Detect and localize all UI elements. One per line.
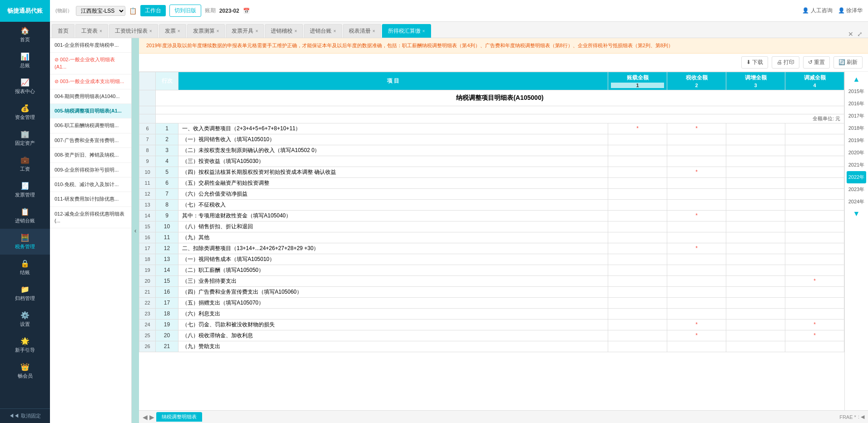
sidebar-item-assets-mgmt[interactable]: 💰资金管理 <box>0 99 50 125</box>
reset-button[interactable]: ↺ 重置 <box>803 56 830 69</box>
download-button[interactable]: ⬇ 下载 <box>741 56 768 69</box>
warning-text: 2019年度涉及取以前年度继续数据的申报表单元格需要手工维护正确，才能保证本年及… <box>146 43 673 48</box>
tab-5[interactable]: 发票开具× <box>226 24 264 38</box>
sidebar-item-label: 总账 <box>20 62 30 69</box>
sidebar-item-guide[interactable]: 🌟新手引导 <box>0 332 50 358</box>
year-down-button[interactable]: ▼ <box>851 208 862 220</box>
frae-label: FRAE * <box>839 414 856 420</box>
table-row: 9 4 （三）投资收益（填写A105030） <box>139 156 844 167</box>
tab-6[interactable]: 进销稽校× <box>265 24 303 38</box>
year-item-2022年[interactable]: 2022年 <box>847 171 866 183</box>
print-button[interactable]: 🖨 打印 <box>772 56 799 69</box>
year-item-2018年[interactable]: 2018年 <box>847 122 866 134</box>
year-item-2021年[interactable]: 2021年 <box>847 159 866 171</box>
refresh-button[interactable]: 🔄 刷新 <box>833 56 863 69</box>
tab-2[interactable]: 工资统计报表× <box>109 24 158 38</box>
col-e-header: 调增全额 3 <box>726 72 785 90</box>
list-item-011[interactable]: 011-研发费用加计扣除优惠... <box>50 192 131 207</box>
year-item-2020年[interactable]: 2020年 <box>847 147 866 159</box>
sidebar-item-purchase-ledger[interactable]: 📋进销台账 <box>0 203 50 229</box>
tab-8[interactable]: 税表清册× <box>343 24 381 38</box>
tab-close-2[interactable]: × <box>149 29 152 34</box>
company-select[interactable]: 江西殷宝-LSS <box>76 6 125 16</box>
year-item-2015年[interactable]: 2015年 <box>847 85 866 98</box>
tab-9[interactable]: 所得税汇算缴× <box>382 24 431 38</box>
tab-close-3[interactable]: × <box>178 29 180 34</box>
user-menu[interactable]: 👤 徐泽华 <box>838 7 863 15</box>
sidebar-logo: 畅捷通易代账 <box>0 0 50 22</box>
tax-mgmt-icon: 🧮 <box>20 233 30 242</box>
collapse-button[interactable]: ‹ <box>132 38 139 423</box>
year-up-button[interactable]: ▲ <box>851 74 862 85</box>
sidebar-item-payroll[interactable]: 💼工资 <box>0 151 50 177</box>
tab-close-1[interactable]: × <box>99 29 102 34</box>
tab-close-4[interactable]: × <box>217 29 219 34</box>
sidebar-item-fixed-assets[interactable]: 🏢固定资产 <box>0 125 50 151</box>
unpin-button[interactable]: ◀◀ 取消固定 <box>0 408 50 423</box>
list-item-004[interactable]: 004-期间费用明细表(A1040... <box>50 89 131 104</box>
content-area: 001-企业所得税年度纳税申...⊘ 002-一般企业收入明细表(A1...⊘ … <box>50 38 868 423</box>
sidebar-item-reports[interactable]: 📈报表中心 <box>0 74 50 99</box>
tab-close-7[interactable]: × <box>333 29 336 34</box>
sidebar-item-archive[interactable]: 📁归档管理 <box>0 280 50 306</box>
tab-close-6[interactable]: × <box>294 29 297 34</box>
payroll-icon: 💼 <box>20 156 30 164</box>
ledger-icon: 📊 <box>20 52 30 61</box>
sheet-nav-left[interactable]: ◀ <box>143 413 148 421</box>
table-row: 25 20 （八）税收滞纳金、加收利息 * * <box>139 330 844 341</box>
sidebar-item-close[interactable]: 🔒结账 <box>0 255 50 280</box>
list-item-006[interactable]: 006-职工薪酬纳税调整明细... <box>50 118 131 133</box>
sidebar-item-member[interactable]: 👑畅会员 <box>0 358 50 384</box>
list-item-008[interactable]: 008-资产折旧、摊销及纳税... <box>50 148 131 162</box>
sidebar-item-ledger[interactable]: 📊总账 <box>0 48 50 74</box>
sheet-tab[interactable]: 纳税调整明细表 <box>156 412 202 422</box>
list-item-007[interactable]: 007-广告费和业务宣传费明... <box>50 133 131 148</box>
workbench-button[interactable]: 工作台 <box>140 5 166 16</box>
warning-bar: 2019年度涉及取以前年度继续数据的申报表单元格需要手工维护正确，才能保证本年及… <box>139 38 868 54</box>
tab-1[interactable]: 工资表× <box>75 24 108 38</box>
list-item-003[interactable]: ⊘ 003-一般企业成本支出明细... <box>50 74 131 89</box>
sidebar-item-label: 资金管理 <box>15 114 35 121</box>
tab-7[interactable]: 进销台账× <box>304 24 342 38</box>
sidebar-item-tax-mgmt[interactable]: 🧮税务管理 <box>0 229 50 255</box>
col-c-header: 账载全额 1 <box>608 72 667 90</box>
list-item-002[interactable]: ⊘ 002-一般企业收入明细表(A1... <box>50 53 131 74</box>
tab-close-8[interactable]: × <box>372 29 375 34</box>
year-item-2017年[interactable]: 2017年 <box>847 110 866 122</box>
list-item-005[interactable]: 005-纳税调整项目明细表(A1... <box>50 104 131 118</box>
tab-4[interactable]: 发票测算× <box>187 24 225 38</box>
switch-old-button[interactable]: 切到旧版 <box>169 5 201 17</box>
sidebar-item-invoice-mgmt[interactable]: 🧾发票管理 <box>0 177 50 203</box>
spreadsheet: 行次 项 目 账载全额 1 税收全额 2 <box>139 72 844 352</box>
list-item-012[interactable]: 012-减免企业所得税优惠明细表(... <box>50 207 131 229</box>
sheet-nav-right[interactable]: ▶ <box>149 413 154 421</box>
close-all-button[interactable]: ✕ <box>848 30 853 38</box>
tab-close-9[interactable]: × <box>422 29 425 34</box>
col-b-header: 项 目 <box>179 72 608 90</box>
tab-close-5[interactable]: × <box>255 29 258 34</box>
list-item-009[interactable]: 009-企业所得税弥补亏损明... <box>50 163 131 177</box>
fixed-assets-icon: 🏢 <box>20 130 30 138</box>
list-item-010[interactable]: 010-免税、减计收入及加计... <box>50 177 131 192</box>
table-row: 24 19 （七）罚金、罚款和被没收财物的损失 * * <box>139 319 844 330</box>
year-item-2016年[interactable]: 2016年 <box>847 98 866 110</box>
table-row: 14 9 其中：专项用途财政性资金（填写A105040） * <box>139 210 844 221</box>
calendar-icon[interactable]: 📅 <box>243 8 250 14</box>
tab-0[interactable]: 首页 <box>52 24 74 38</box>
list-item-001[interactable]: 001-企业所得税年度纳税申... <box>50 38 131 53</box>
year-item-2024年[interactable]: 2024年 <box>847 196 866 208</box>
table-row: 23 18 （六）利息支出 <box>139 308 844 319</box>
sidebar-item-settings[interactable]: ⚙️设置 <box>0 306 50 332</box>
table-row: 6 1 一、收入类调整项目（2+3+4+5+6+7+8+10+11） * * <box>139 123 844 134</box>
table-row: 26 21 （九）赞助支出 <box>139 341 844 352</box>
sidebar-item-home[interactable]: 🏠首页 <box>0 22 50 48</box>
col-d-header: 税收全额 2 <box>667 72 726 90</box>
year-item-2023年[interactable]: 2023年 <box>847 183 866 196</box>
maximize-button[interactable]: ⤢ <box>857 30 863 38</box>
assets-mgmt-icon: 💰 <box>20 104 30 113</box>
main-area: (物副） 江西殷宝-LSS 📋 工作台 切到旧版 账期 2023-02 📅 👤 … <box>50 0 868 423</box>
tab-3[interactable]: 发票× <box>159 24 186 38</box>
year-item-2019年[interactable]: 2019年 <box>847 134 866 147</box>
consult-button[interactable]: 👤 人工咨询 <box>802 7 832 15</box>
sidebar-item-label: 设置 <box>20 321 30 328</box>
